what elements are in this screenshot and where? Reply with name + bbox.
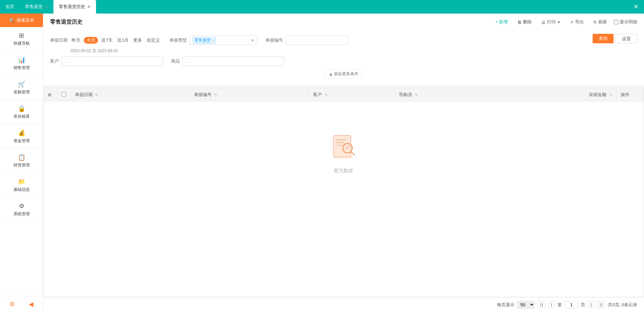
page-input[interactable] (565, 301, 578, 308)
refresh-button[interactable]: ↻ 刷新 (591, 18, 610, 26)
tab-home[interactable]: 首页 (0, 0, 20, 14)
purchase-icon: 🛒 (18, 81, 25, 88)
top-tab-bar: 首页 零售退货 ✕ 零售退货历史 ✕ ✕ (0, 0, 644, 14)
delete-icon: 🗑 (517, 20, 522, 25)
data-table: ⚙ 单据日期 ⇅ 单据编号 ⇅ (44, 88, 644, 201)
doc-num-input[interactable] (286, 36, 349, 45)
customer-select[interactable]: ... (62, 57, 163, 66)
doc-type-tag-close[interactable]: × (212, 38, 214, 42)
pagination-bar: 每页显示 50 20 100 ⟨⟨ ⟨ 第 页 ⟩ ⟩⟩ 共0页, 0条记录 (43, 297, 644, 312)
display-detail-checkbox[interactable] (614, 20, 618, 24)
col-customer[interactable]: 客户 ⇅ (309, 88, 395, 102)
quick-nav-icon: ⊞ (19, 32, 24, 39)
col-amount[interactable]: 实销金额 ⇅ (497, 88, 616, 102)
close-window-icon[interactable]: ✕ (634, 3, 639, 10)
doc-type-arrow-icon: ▼ (251, 38, 255, 42)
date-opt-7days[interactable]: 近7天 (100, 37, 114, 44)
col-doc-num[interactable]: 单据编号 ⇅ (190, 88, 309, 102)
export-button[interactable]: ↗ 导出 (567, 18, 587, 26)
doc-num-label: 单据编号 (265, 37, 283, 43)
date-opt-custom[interactable]: 自定义 (145, 37, 161, 44)
settings-bottom-icon[interactable]: ⚙ (9, 300, 15, 308)
export-icon: ↗ (570, 20, 574, 25)
collapse-label: 收起更多条件 (334, 71, 358, 77)
delete-button[interactable]: 🗑 删除 (515, 18, 534, 26)
query-button[interactable]: 查询 (593, 34, 614, 43)
prev-page-button[interactable]: ⟨ (548, 301, 555, 308)
col-doc-date-label: 单据日期 (75, 92, 93, 97)
sidebar-item-purchase-label: 采购管理 (14, 89, 30, 95)
sidebar-item-operation[interactable]: 📋 经营管理 (0, 149, 43, 173)
new-button[interactable]: + 新增 (493, 18, 510, 26)
svg-line-6 (351, 152, 354, 155)
sidebar-item-sales-label: 销售管理 (14, 65, 30, 71)
select-all-checkbox[interactable] (62, 92, 66, 96)
display-detail-label: 显示明细 (620, 19, 637, 25)
col-actions: 操作 (617, 88, 644, 102)
date-opt-1month[interactable]: 近1月 (116, 37, 130, 44)
collapse-sidebar-icon[interactable]: ◀ (29, 300, 33, 308)
filter-row-1: 单据日期 昨天 今天 近7天 近1月 更多 自定义 单据类型 (50, 34, 637, 47)
last-page-button[interactable]: ⟩⟩ (597, 301, 605, 308)
svg-rect-3 (336, 142, 344, 143)
tab-retail-return-history-label: 零售退货历史 (59, 4, 85, 10)
col-actions-label: 操作 (621, 92, 629, 97)
sidebar-item-inventory[interactable]: 🔒 库存核算 (0, 100, 43, 125)
date-opt-yesterday[interactable]: 昨天 (70, 37, 82, 44)
table-container: ⚙ 单据日期 ⇅ 单据编号 ⇅ (43, 88, 644, 297)
sidebar-item-system-mgmt[interactable]: ⚙ 系统管理 (0, 198, 43, 222)
customer-placeholder: ... (65, 59, 68, 64)
search-icon: 🔍 (9, 18, 15, 23)
per-page-select[interactable]: 50 20 100 (517, 301, 535, 309)
col-amount-sort: ⇅ (609, 93, 612, 97)
setting-icon: ⚙ (48, 92, 52, 97)
col-setting[interactable]: ⚙ (44, 88, 57, 102)
page-suffix: 页 (581, 302, 585, 308)
tab-retail-return-history-close[interactable]: ✕ (87, 4, 91, 9)
col-doc-date[interactable]: 单据日期 ⇅ (71, 88, 190, 102)
operation-icon: 📋 (18, 154, 25, 161)
next-page-button[interactable]: ⟩ (588, 301, 594, 308)
export-btn-label: 导出 (575, 19, 584, 25)
tab-home-label: 首页 (5, 4, 14, 10)
date-options: 昨天 今天 近7天 近1月 更多 自定义 (70, 37, 161, 44)
tab-retail-return[interactable]: 零售退货 ✕ (20, 0, 53, 14)
filter-customer: 客户 ... (50, 57, 163, 66)
sidebar-item-basic-info[interactable]: 📁 基础信息 (0, 173, 43, 198)
display-detail-toggle[interactable]: 显示明细 (614, 19, 637, 25)
date-opt-more[interactable]: 更多 (132, 37, 143, 44)
sidebar-item-finance[interactable]: 💰 资金管理 (0, 125, 43, 149)
collapse-icon: ▲ (329, 72, 333, 76)
sidebar-item-finance-label: 资金管理 (14, 138, 30, 144)
sidebar-item-system-label: 系统管理 (14, 211, 30, 217)
sidebar-item-purchase-mgmt[interactable]: 🛒 采购管理 (0, 76, 43, 100)
print-btn-label: 打印 (547, 19, 556, 25)
doc-type-select[interactable]: 零售退货 × ▼ (190, 36, 257, 45)
svg-rect-2 (336, 139, 346, 140)
refresh-btn-label: 刷新 (598, 19, 607, 25)
sidebar-item-basic-label: 基础信息 (14, 187, 30, 193)
sidebar-item-quick-nav[interactable]: ⊞ 快捷导航 (0, 27, 43, 51)
doc-type-tag: 零售退货 × (193, 37, 215, 44)
print-icon: 🖨 (541, 20, 546, 25)
filter-doc-num: 单据编号 (265, 36, 349, 45)
sidebar-item-sales-mgmt[interactable]: 📊 销售管理 (0, 51, 43, 76)
page-title-row: 零售退货历史 + 新增 🗑 删除 🖨 打印 ▼ ↗ (50, 18, 637, 26)
setting-button[interactable]: 设置 (616, 34, 637, 43)
date-opt-today[interactable]: 今天 (84, 37, 98, 44)
collapse-button[interactable]: ▲ 收起更多条件 (325, 69, 363, 79)
total-info: 共0页, 0条记录 (608, 302, 637, 308)
col-checkbox[interactable] (57, 88, 71, 102)
basic-info-icon: 📁 (18, 178, 25, 185)
sidebar-item-operation-label: 经营管理 (14, 162, 30, 168)
first-page-button[interactable]: ⟨⟨ (538, 301, 546, 308)
tab-retail-return-history[interactable]: 零售退货历史 ✕ (53, 0, 96, 14)
content-area: 零售退货历史 + 新增 🗑 删除 🖨 打印 ▼ ↗ (43, 14, 644, 312)
goods-select[interactable]: ... (183, 57, 284, 66)
sales-icon: 📊 (18, 56, 25, 64)
tab-retail-return-close[interactable]: ✕ (45, 4, 48, 9)
col-guide[interactable]: 导购员 ⇅ (395, 88, 497, 102)
tab-retail-return-label: 零售退货 (25, 4, 43, 10)
print-button[interactable]: 🖨 打印 ▼ (539, 18, 563, 26)
sidebar-search[interactable]: 🔍 搜索菜单 (0, 14, 43, 27)
